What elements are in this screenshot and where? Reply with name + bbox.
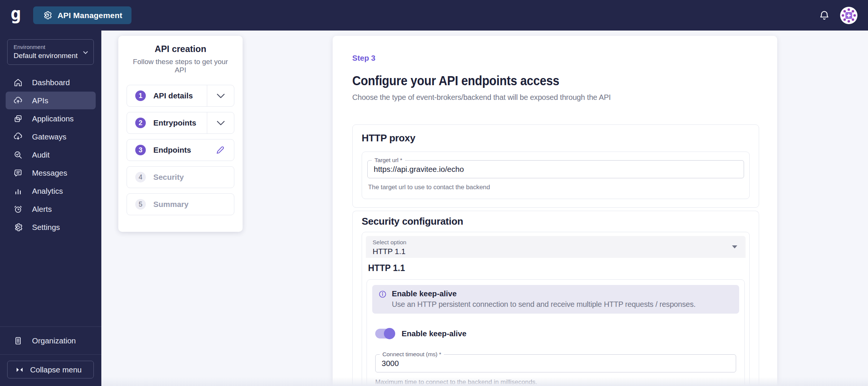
building-icon [13,336,23,346]
sidebar-divider [0,326,101,327]
banner-title: Enable keep-alive [392,289,733,298]
dropdown-arrow-icon [732,245,737,248]
step-row-endpoints: 3 Endpoints [127,139,234,161]
sidebar-divider [0,354,101,355]
collapse-icon [16,367,23,373]
banner-description: Use an HTTP persistent connection to sen… [392,300,733,309]
sidebar-item-apis[interactable]: APIs [6,92,96,109]
content-area: API creation Follow these steps to get y… [101,31,868,386]
http-version-select[interactable]: Select option HTTP 1.1 [366,236,746,258]
step-label: Security [153,173,184,182]
sidebar-item-label: Organization [32,336,76,345]
keep-alive-toggle[interactable] [375,329,394,339]
keep-alive-toggle-label: Enable keep-alive [402,329,466,338]
target-url-field-group: Target url * The target url to use to co… [362,152,750,199]
sidebar: Environment Default environment Dashboar… [0,31,101,386]
http-proxy-heading: HTTP proxy [362,132,750,144]
collapse-menu-label: Collapse menu [30,365,82,374]
sidebar-item-dashboard[interactable]: Dashboard [6,74,96,91]
step-row-summary: 5 Summary [127,193,234,215]
chevron-down-icon [217,93,225,98]
step-number-badge: 1 [135,90,146,101]
step-row-security: 4 Security [127,166,234,188]
environment-label: Environment [14,44,87,50]
gravitee-logo[interactable]: g [11,5,21,22]
avatar [840,7,857,24]
stepper-subtitle: Follow these steps to get your API [127,58,234,74]
sidebar-item-label: Messages [32,168,67,178]
step-indicator: Step 3 [352,54,759,63]
target-url-hint: The target url to use to contact the bac… [368,184,744,191]
gear-icon [42,10,52,20]
keep-alive-group: Enable keep-alive Use an HTTP persistent… [367,279,745,386]
step-number-badge: 5 [135,199,146,210]
step-expand-button[interactable] [207,112,234,133]
step-label: Endpoints [153,146,191,155]
search-check-icon [13,150,23,160]
collapse-menu-button[interactable]: Collapse menu [7,361,94,378]
topbar: g API Management [0,0,868,31]
http-version-heading: HTTP 1.1 [368,263,743,273]
sidebar-item-organization[interactable]: Organization [6,332,96,349]
sidebar-item-applications[interactable]: Applications [6,110,96,127]
environment-select[interactable]: Environment Default environment [7,39,94,65]
step-row-api-details: 1 API details [127,85,234,107]
api-management-button[interactable]: API Management [33,6,131,24]
select-label: Select option [373,239,739,246]
sidebar-item-label: Gateways [32,132,66,141]
sidebar-item-alerts[interactable]: Alerts [6,200,96,218]
gear-icon [13,222,23,232]
chevron-down-icon [83,51,88,54]
step-label: API details [153,91,193,100]
step-number-badge: 4 [135,172,146,182]
chevron-down-icon [217,121,225,126]
sidebar-item-messages[interactable]: Messages [6,164,96,182]
api-creation-stepper: API creation Follow these steps to get y… [118,36,243,232]
notifications-button[interactable] [818,9,830,21]
product-label: API Management [58,11,122,20]
target-url-input[interactable] [367,160,744,178]
step-number-badge: 3 [135,145,146,155]
http-version-group: Select option HTTP 1.1 HTTP 1.1 Enable k… [362,232,750,386]
keep-alive-info-banner: Enable keep-alive Use an HTTP persistent… [372,285,739,314]
sidebar-item-label: Audit [32,150,50,159]
step-row-entrypoints: 2 Entrypoints [127,112,234,134]
home-icon [13,78,23,87]
windows-icon [13,114,23,124]
security-configuration-section: Security configuration Select option HTT… [352,211,759,386]
stepper-title: API creation [127,44,234,54]
bar-chart-icon [13,186,23,196]
target-url-label: Target url * [372,157,405,164]
step-edit-button[interactable] [207,139,234,161]
step-number-badge: 2 [135,118,146,128]
select-value: HTTP 1.1 [373,247,739,256]
security-configuration-heading: Security configuration [362,216,750,227]
endpoints-step-panel: Step 3 Configure your API endpoints acce… [333,36,777,386]
user-avatar[interactable] [840,7,857,24]
environment-value: Default environment [14,52,87,60]
cloud-upload-icon [13,96,23,106]
sidebar-item-gateways[interactable]: Gateways [6,128,96,146]
page-subtitle: Choose the type of event-brokers/backend… [352,93,759,102]
sidebar-item-label: Analytics [32,187,63,196]
alarm-icon [13,204,23,214]
connect-timeout-hint: Maximum time to connect to the backend i… [375,378,736,386]
pencil-icon [215,145,225,155]
step-label: Summary [153,200,188,209]
sidebar-item-label: APIs [32,96,48,105]
sidebar-item-settings[interactable]: Settings [6,218,96,236]
http-proxy-section: HTTP proxy Target url * The target url t… [352,124,759,208]
cloud-download-icon [13,132,23,142]
chat-icon [13,168,23,178]
bell-icon [818,9,830,21]
connect-timeout-label: Connect timeout (ms) * [380,351,444,358]
page-title: Configure your API endpoints access [352,73,718,88]
sidebar-item-label: Applications [32,114,74,123]
sidebar-item-audit[interactable]: Audit [6,146,96,164]
sidebar-item-analytics[interactable]: Analytics [6,182,96,200]
sidebar-item-label: Settings [32,223,60,232]
step-expand-button[interactable] [207,85,234,106]
sidebar-item-label: Alerts [32,205,52,214]
sidebar-item-label: Dashboard [32,78,70,87]
step-label: Entrypoints [153,118,196,127]
